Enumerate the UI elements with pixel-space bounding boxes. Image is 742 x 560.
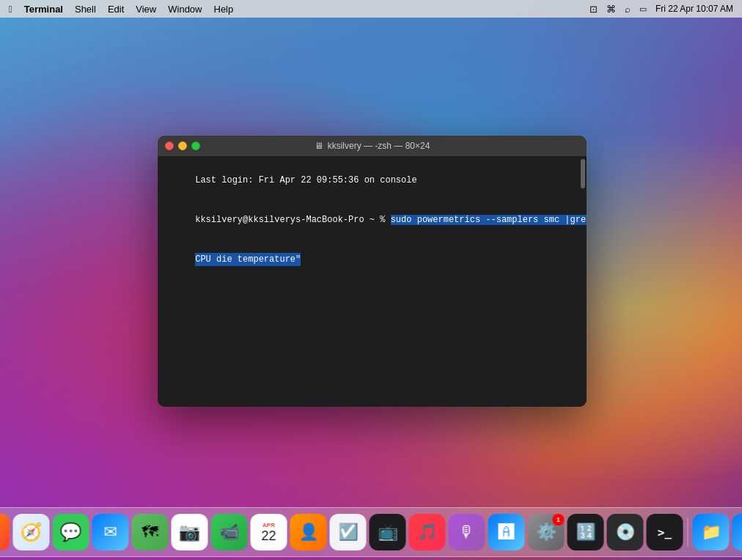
terminal-titlebar: 🖥 kksilvery — -zsh — 80×24 <box>158 136 587 156</box>
dock-terminal[interactable]: >_ <box>647 514 683 550</box>
menubar-left:  Terminal Shell Edit View Window Help <box>9 4 233 15</box>
dock-contacts[interactable]: 👤 <box>290 514 327 550</box>
traffic-lights <box>165 141 200 150</box>
dock-podcasts[interactable]: 🎙 <box>449 514 485 550</box>
terminal-command-line: kksilvery@kksilverys-MacBook-Pro ~ % sud… <box>164 200 581 240</box>
dock-appletv[interactable]: 📺 <box>370 514 406 550</box>
wifi-icon[interactable]: ⌘ <box>606 4 616 15</box>
dock-appstore[interactable]: 🅰 <box>488 514 525 550</box>
view-menu[interactable]: View <box>136 4 156 15</box>
system-prefs-badge: 1 <box>553 514 565 526</box>
terminal-last-login: Last login: Fri Apr 22 09:55:36 on conso… <box>164 161 581 200</box>
terminal-command-line2: CPU die temperature" <box>164 240 581 279</box>
terminal-command-continued: CPU die temperature" <box>195 253 301 266</box>
apple-menu[interactable]:  <box>9 4 12 15</box>
search-icon[interactable]: ⌕ <box>625 4 631 15</box>
menubar:  Terminal Shell Edit View Window Help ⊡… <box>0 0 742 18</box>
window-menu[interactable]: Window <box>168 4 202 15</box>
dock-mail[interactable]: ✉ <box>92 514 129 550</box>
dock-calculator[interactable]: 🔢 <box>567 514 604 550</box>
shell-menu[interactable]: Shell <box>75 4 96 15</box>
close-button[interactable] <box>165 141 174 150</box>
terminal-body[interactable]: Last login: Fri Apr 22 09:55:36 on conso… <box>158 156 587 407</box>
minimize-button[interactable] <box>178 141 187 150</box>
terminal-prompt: kksilvery@kksilverys-MacBook-Pro ~ % <box>195 215 390 225</box>
dock-messages[interactable]: 💬 <box>53 514 89 550</box>
dock-files[interactable]: 📁 <box>693 514 730 550</box>
dock-dvdplayer[interactable]: 💿 <box>607 514 644 550</box>
dock-separator <box>688 517 688 547</box>
dock-launchpad[interactable]: ⊞ <box>0 514 10 550</box>
help-menu[interactable]: Help <box>214 4 234 15</box>
terminal-command: sudo powermetrics --samplers smc |grep -… <box>391 215 587 225</box>
terminal-title-icon: 🖥 <box>315 141 323 151</box>
edit-menu[interactable]: Edit <box>108 4 124 15</box>
dock-calendar[interactable]: APR 22 <box>251 514 287 550</box>
dock-safari[interactable]: 🧭 <box>13 514 50 550</box>
dock-systemprefs[interactable]: ⚙️ 1 <box>528 514 565 550</box>
dock-downloads[interactable]: ⬇ <box>732 514 743 550</box>
dock-music[interactable]: 🎵 <box>409 514 446 550</box>
dock-maps[interactable]: 🗺 <box>132 514 169 550</box>
dock-photos[interactable]: 📷 <box>172 514 208 550</box>
terminal-title-text: kksilvery — -zsh — 80×24 <box>328 141 430 151</box>
dock-facetime[interactable]: 📹 <box>211 514 248 550</box>
terminal-window[interactable]: 🖥 kksilvery — -zsh — 80×24 Last login: F… <box>158 136 587 407</box>
datetime[interactable]: Fri 22 Apr 10:07 AM <box>655 4 733 14</box>
dock-reminders[interactable]: ☑️ <box>330 514 367 550</box>
dock: 🔵 ⊞ 🧭 💬 ✉ 🗺 📷 📹 APR 22 👤 ☑️ 📺 🎵 <box>0 507 742 557</box>
battery-icon[interactable]: ▭ <box>639 4 647 14</box>
terminal-scrollbar[interactable] <box>581 159 585 188</box>
app-name[interactable]: Terminal <box>24 4 63 15</box>
menubar-right: ⊡ ⌘ ⌕ ▭ Fri 22 Apr 10:07 AM <box>589 4 733 15</box>
terminal-title: 🖥 kksilvery — -zsh — 80×24 <box>315 141 430 151</box>
maximize-button[interactable] <box>191 141 200 150</box>
fullscreen-icon[interactable]: ⊡ <box>589 4 598 15</box>
